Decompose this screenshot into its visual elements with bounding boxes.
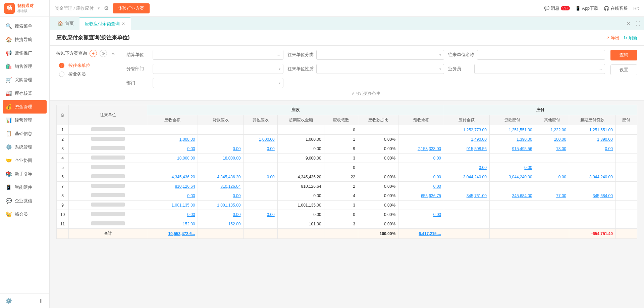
footer-recv-amount[interactable]: 19,553,472.6...: [147, 229, 198, 239]
sidebar-item-sales[interactable]: 🛍️ 销售管理: [0, 60, 49, 73]
dept-input[interactable]: ▾: [153, 78, 283, 88]
filter-option-salesman[interactable]: 按业务员: [56, 70, 117, 79]
sidebar: 畅 畅捷通财 标准版 🔍 搜索菜单 🏠 快捷导航 📢 营销推广 🛍️ 销售管理 …: [0, 0, 50, 308]
main-container: 资金管理 / 应收应付 ▾ ⚙ 体验行业方案 💬 消息 99+ 📱 App下载 …: [50, 0, 644, 308]
collapse-more-button[interactable]: ∧ 收起更多条件: [352, 91, 380, 96]
tab-home[interactable]: 🏠 首页: [52, 17, 79, 30]
salesman-input[interactable]: ···: [474, 64, 605, 74]
filter-scheme-label: 按以下方案查询: [56, 50, 87, 56]
wechat-icon: 💬: [5, 197, 12, 204]
maximize-window-button[interactable]: ⛶: [635, 20, 641, 27]
sidebar-item-hardware[interactable]: 📱 智能硬件: [0, 181, 49, 194]
filter-collapse-button[interactable]: «: [110, 50, 117, 57]
filter-add-button[interactable]: +: [90, 50, 97, 57]
filter-grid: 结算单位 ··· 往来单位分类 ▾: [126, 50, 605, 88]
tabbar: 🏠 首页 应收应付余额查询 ✕ ✕ ⛶: [50, 17, 644, 30]
filter-row-dept: 部门 ▾: [126, 78, 283, 88]
finance-icon: 💰: [5, 103, 12, 110]
basic-icon: 📋: [5, 130, 12, 137]
logo-text: 畅捷通财 标准版: [17, 3, 34, 13]
sidebar-item-system[interactable]: ⚙️ 系统管理: [0, 140, 49, 154]
footer-overdue-pay: -654,751.40: [569, 229, 616, 239]
sidebar-item-label: 企业协同: [15, 158, 32, 164]
filter-top: 按以下方案查询 + ⊙ «: [56, 50, 117, 57]
refresh-button[interactable]: ↻ 刷新: [624, 35, 637, 41]
tab-close-icon[interactable]: ✕: [122, 21, 125, 26]
th-payable-col: 应付: [615, 115, 637, 125]
footer-prepaid[interactable]: 6,417,215....: [398, 229, 444, 239]
sidebar-item-marketing[interactable]: 📢 营销推广: [0, 46, 49, 60]
partner-nature-input[interactable]: ▾: [316, 64, 444, 74]
member-icon: 👑: [5, 211, 12, 218]
footer-other-recv: [244, 229, 277, 239]
tab-query[interactable]: 应收应付余额查询 ✕: [79, 17, 131, 30]
filter-scheme: 按以下方案查询 + ⊙ « ✓ 按往来单位 按业务员: [56, 50, 117, 96]
sidebar-item-label: 系统管理: [15, 144, 32, 150]
sidebar-item-search[interactable]: 🔍 搜索菜单: [0, 19, 49, 33]
breadcrumb-text: 资金管理 / 应收应付: [55, 5, 94, 11]
close-window-button[interactable]: ✕: [625, 20, 632, 27]
partner-option-label: 按往来单位: [68, 62, 90, 69]
salesman-dots-icon: ···: [598, 67, 602, 72]
filter-actions: 查询 设置: [610, 50, 637, 96]
filter-row-partner-nature: 往来单位性质 ▾: [287, 64, 444, 74]
home-tab-icon: 🏠: [58, 21, 63, 26]
topbar-app-download[interactable]: 📱 App下载: [575, 5, 598, 11]
sidebar-item-inventory[interactable]: 🏭 库存核算: [0, 87, 49, 100]
sidebar-item-purchase[interactable]: 🛒 采购管理: [0, 73, 49, 87]
sidebar-item-quick[interactable]: 🏠 快捷导航: [0, 33, 49, 46]
partner-category-input[interactable]: ▾: [316, 50, 444, 60]
th-pay-amount: 应付金额: [444, 115, 489, 125]
topbar-gear-icon[interactable]: ⚙: [104, 5, 109, 11]
dept-manager-arrow-icon: ▾: [279, 67, 280, 71]
filter-option-partner[interactable]: ✓ 按往来单位: [56, 61, 117, 70]
table-settings-button[interactable]: ⚙: [60, 113, 65, 118]
filter-collapse-row: ∧ 收起更多条件: [126, 91, 605, 96]
filter-setting-button[interactable]: ⊙: [100, 50, 107, 57]
app-download-label: App下载: [582, 5, 598, 11]
query-button[interactable]: 查询: [610, 50, 637, 60]
export-button[interactable]: ↗ 导出: [606, 35, 620, 41]
topbar-online-service[interactable]: 🎧 在线客服: [604, 5, 628, 11]
sidebar-item-wechat[interactable]: 💬 企业微信: [0, 194, 49, 208]
salesman-option-dot: [59, 72, 64, 77]
inventory-icon: 🏭: [5, 90, 12, 97]
footer-loan-pay: [489, 229, 535, 239]
sidebar-item-label: 企业微信: [15, 198, 32, 204]
marketing-icon: 📢: [5, 50, 12, 56]
salesman-option-label: 按业务员: [68, 71, 86, 77]
setting-button[interactable]: 设置: [610, 64, 637, 75]
table-row: 5 00.000.00: [57, 163, 637, 172]
sidebar-item-basic[interactable]: 📋 基础信息: [0, 127, 49, 140]
table-row: 8 0.000.000.0040.00%655,636.75345,761.00…: [57, 191, 637, 201]
sidebar-item-finance[interactable]: 💰 资金管理: [3, 100, 47, 114]
dept-arrow-icon: ▾: [279, 81, 280, 85]
th-loan-pay: 贷款应付: [489, 115, 535, 125]
collapse-icon: ∧: [352, 91, 355, 96]
settlement-dots-icon: ···: [277, 52, 280, 57]
collapse-icon[interactable]: ⏸: [39, 298, 44, 304]
sidebar-item-enterprise[interactable]: 🤝 企业协同: [0, 154, 49, 167]
service-label: 在线客服: [610, 5, 628, 11]
partner-name-input[interactable]: [477, 50, 605, 60]
footer-other-pay: [535, 229, 569, 239]
export-icon: ↗: [606, 35, 609, 40]
data-table: ⚙ 往来单位 应收 应付 应收金额 贷款应收 其他应收 超期应收金额 应收笔数 …: [56, 105, 637, 239]
settlement-input[interactable]: ···: [153, 50, 283, 60]
filter-row-dept-manager: 分管部门 ▾: [126, 64, 283, 74]
message-icon: 💬: [544, 6, 549, 11]
app-download-icon: 📱: [575, 6, 581, 11]
topbar: 资金管理 / 应收应付 ▾ ⚙ 体验行业方案 💬 消息 99+ 📱 App下载 …: [50, 0, 644, 17]
sidebar-item-label: 资金管理: [15, 104, 32, 110]
filter-content: 按以下方案查询 + ⊙ « ✓ 按往来单位 按业务员: [56, 50, 637, 96]
topbar-message[interactable]: 💬 消息 99+: [544, 5, 570, 11]
sidebar-item-member[interactable]: 👑 畅会员: [0, 208, 49, 221]
page-title: 应收应付余额查询(按往来单位): [56, 34, 130, 45]
sidebar-item-operation[interactable]: 📊 经营管理: [0, 114, 49, 127]
filter-area: 按以下方案查询 + ⊙ « ✓ 按往来单位 按业务员: [50, 46, 644, 101]
sidebar-item-guide[interactable]: 📚 新手引导: [0, 167, 49, 181]
sidebar-item-label: 采购管理: [15, 77, 32, 83]
industry-solution-button[interactable]: 体验行业方案: [113, 3, 150, 13]
settings-bottom-icon[interactable]: ⚙️: [5, 298, 12, 304]
dept-manager-input[interactable]: ▾: [153, 64, 283, 74]
